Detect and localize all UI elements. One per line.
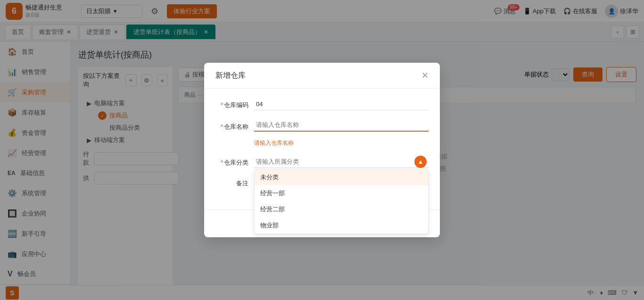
warehouse-name-label: 仓库名称	[215, 120, 248, 131]
category-dropdown-list: 未分类 经营一部 经营二部 物业部	[254, 169, 429, 234]
modal-body: 仓库编码 仓库名称 请输入仓库名称 仓库分类	[204, 89, 440, 209]
warehouse-name-error: 请输入仓库名称	[254, 140, 294, 146]
modal-close-btn[interactable]: ✕	[421, 70, 429, 81]
warehouse-category-field: 仓库分类 ▲ 未分类 经营一部 经营二部	[215, 156, 429, 168]
notes-label: 备注	[215, 176, 248, 188]
dropdown-item-property[interactable]: 物业部	[255, 217, 428, 233]
warehouse-code-input[interactable]	[254, 98, 429, 110]
warehouse-name-input[interactable]	[254, 119, 429, 132]
warehouse-category-select: ▲ 未分类 经营一部 经营二部 物业部	[254, 156, 429, 168]
dropdown-item-uncategorized[interactable]: 未分类	[255, 169, 428, 185]
add-warehouse-modal: 新增仓库 ✕ 仓库编码 仓库名称 请输入仓库名称	[204, 63, 440, 237]
warehouse-category-label: 仓库分类	[215, 156, 248, 167]
modal-overlay: 新增仓库 ✕ 仓库编码 仓库名称 请输入仓库名称	[0, 0, 644, 300]
modal-title: 新增仓库	[215, 71, 246, 81]
modal-header: 新增仓库 ✕	[204, 63, 440, 89]
warehouse-code-label: 仓库编码	[215, 98, 248, 109]
dropdown-item-dept2[interactable]: 经营二部	[255, 201, 428, 217]
category-dropdown-arrow[interactable]: ▲	[414, 156, 427, 168]
warehouse-code-field: 仓库编码	[215, 98, 429, 110]
warehouse-name-field: 仓库名称 请输入仓库名称	[215, 119, 429, 147]
dropdown-item-dept1[interactable]: 经营一部	[255, 185, 428, 201]
warehouse-category-input[interactable]	[254, 156, 429, 168]
